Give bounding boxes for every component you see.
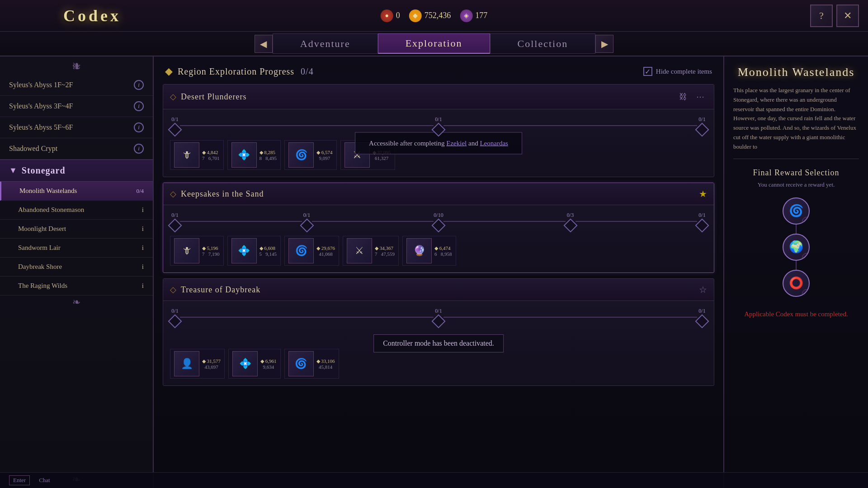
node-label-k5: 0/1 (698, 212, 705, 219)
info-icon-raging-wilds[interactable]: i (142, 282, 144, 290)
node-label-3: 0/1 (698, 116, 705, 123)
node-label-1: 0/1 (171, 116, 178, 123)
sidebar-item-abyss-5-6[interactable]: Syleus's Abyss 5F~6F i (0, 117, 153, 138)
currency-gold-icon: ◆ (409, 9, 422, 22)
main-content: ❧ Syleus's Abyss 1F~2F i Syleus's Abyss … (0, 56, 868, 488)
node-icon-k5 (695, 218, 709, 232)
quest-title-row-daybreak: ◇ Treasure of Daybreak (170, 285, 260, 295)
sidebar-item-raging-wilds[interactable]: The Raging Wilds i (0, 277, 153, 296)
reward-k5: 🔮 ◆ 6,4746 8,958 (402, 236, 456, 266)
info-icon-sandworm[interactable]: i (142, 244, 144, 252)
tab-next-arrow[interactable]: ▶ (595, 35, 613, 53)
info-icon-shadowed-crypt[interactable]: i (134, 144, 144, 154)
reward-k-amounts-3: ◆ 29,676 41,068 (316, 245, 335, 257)
sidebar-item-moonlight[interactable]: Moonlight Desert i (0, 220, 153, 239)
node-icon-d2 (431, 314, 445, 328)
info-icon-abyss-3-4[interactable]: i (134, 101, 144, 111)
track-node-k2: 0/1 (302, 212, 312, 230)
node-icon-d3 (695, 314, 709, 328)
top-bar: Codex ● 0 ◆ 752,436 ◈ 177 ? ✕ (0, 0, 868, 32)
reward-node-mid[interactable]: 🌍 2 (783, 234, 810, 261)
quest-diamond-icon: ◇ (170, 92, 176, 102)
progress-value: 0/4 (301, 66, 314, 76)
rewards-row-keepsakes: 🗡 ◆ 5,1967 7,190 💠 ◆ 6,6085 9,145 (170, 236, 707, 266)
applicable-message: Applicable Codex must be completed. (744, 310, 848, 318)
quest-options-icon[interactable]: ⋯ (693, 90, 707, 103)
hide-complete-checkbox[interactable]: ✓ (643, 67, 652, 76)
sidebar-section-stonegard[interactable]: ▼ Stonegard (0, 160, 153, 182)
close-button[interactable]: ✕ (836, 5, 859, 27)
quest-lock-link-leonardas[interactable]: Leonardas (480, 139, 508, 146)
quest-diamond-icon-2: ◇ (170, 189, 176, 199)
nodes-track-keepsakes: 0/1 0/1 0/10 (170, 212, 707, 230)
reward-k-icon-1: 🗡 (174, 238, 199, 263)
reward-d3: 🌀 ◆ 33,106 45,814 (284, 349, 339, 379)
info-icon-abyss-1-2[interactable]: i (134, 80, 144, 90)
track-node-3: 0/1 (697, 116, 707, 135)
quest-title-row-keepsakes: ◇ Keepsakes in the Sand (170, 189, 264, 199)
controller-message: Controller mode has been deactivated. (373, 334, 504, 352)
quest-name-keepsakes: Keepsakes in the Sand (181, 189, 264, 199)
reward-d-amounts-2: ◆ 6,961 9,634 (260, 358, 277, 370)
section-label: Stonegard (22, 165, 66, 176)
quest-header-keepsakes: ◇ Keepsakes in the Sand ★ (163, 183, 714, 205)
track-line-k4 (576, 221, 698, 222)
monolith-progress: 0/4 (136, 188, 144, 195)
quest-name-desert: Desert Plunderers (181, 92, 246, 102)
reward-amounts-3: ◆ 6,574 9,097 (316, 150, 333, 161)
enter-key: Enter (9, 475, 30, 485)
reward-icon-1: 🗡 (174, 142, 199, 168)
top-right-buttons: ? ✕ (810, 5, 859, 27)
sidebar-item-abyss-3-4[interactable]: Syleus's Abyss 3F~4F i (0, 96, 153, 117)
help-button[interactable]: ? (810, 5, 833, 27)
track-node-d3: 0/1 (697, 308, 707, 326)
info-icon-stonemason[interactable]: i (142, 206, 144, 214)
track-node-k1: 0/1 (170, 212, 180, 230)
sidebar-item-abyss-1-2[interactable]: Syleus's Abyss 1F~2F i (0, 75, 153, 96)
node-icon-3 (695, 122, 709, 136)
reward-diamond-layout: 🌀 1 🌍 2 ⭕ 2 (751, 197, 841, 297)
quest-link-icon[interactable]: ⛓ (676, 90, 690, 103)
reward-connector-top (796, 225, 797, 234)
reward-d-amounts-3: ◆ 33,106 45,814 (316, 358, 335, 370)
quest-star-daybreak[interactable]: ☆ (699, 284, 707, 295)
reward-node-bottom[interactable]: ⭕ 2 (783, 270, 810, 297)
reward-node-top[interactable]: 🌀 1 (783, 197, 810, 225)
reward-selection-subtitle: You cannot receive a reward yet. (758, 181, 835, 188)
currency-gold-value: 752,436 (425, 11, 451, 20)
track-line-2 (443, 125, 697, 126)
sidebar-item-stonemason[interactable]: Abandoned Stonemason i (0, 201, 153, 220)
node-icon-k4 (563, 218, 577, 232)
info-icon-moonlight[interactable]: i (142, 225, 144, 233)
quest-header-desert: ◇ Desert Plunderers ⛓ ⋯ (163, 84, 714, 109)
currency-bar: ● 0 ◆ 752,436 ◈ 177 (381, 9, 488, 22)
quest-lock-link-ezekiel[interactable]: Ezekiel (446, 139, 467, 146)
info-icon-abyss-5-6[interactable]: i (134, 122, 144, 132)
bottom-bar: Enter Chat (0, 472, 868, 488)
quest-star-keepsakes[interactable]: ★ (699, 188, 707, 199)
quest-card-daybreak: ◇ Treasure of Daybreak ☆ 0/1 (163, 278, 714, 386)
reward-node-bottom-count: 2 (802, 289, 810, 297)
quest-body-desert: 0/1 0/1 0/1 (163, 109, 714, 177)
tab-adventure[interactable]: Adventure (273, 33, 378, 54)
reward-icon-3: 🌀 (288, 142, 314, 168)
hide-complete-toggle[interactable]: ✓ Hide complete items (643, 67, 712, 76)
info-icon-daybreak[interactable]: i (142, 263, 144, 271)
app-title: Codex (63, 6, 121, 25)
reward-k-amounts-2: ◆ 6,6085 9,145 (259, 245, 277, 257)
tab-exploration[interactable]: Exploration (378, 33, 490, 54)
tab-collection[interactable]: Collection (490, 33, 596, 54)
sidebar-item-daybreak[interactable]: Daybreak Shore i (0, 258, 153, 277)
sidebar-item-monolith[interactable]: Monolith Wastelands 0/4 (0, 182, 153, 201)
rewards-row-daybreak: 👤 ◆ 31,577 43,697 💠 ◆ 6,961 9,634 (170, 349, 707, 379)
tab-bar: ◀ Adventure Exploration Collection ▶ (0, 32, 868, 56)
tab-prev-arrow[interactable]: ◀ (255, 35, 273, 53)
sidebar-item-shadowed-crypt[interactable]: Shadowed Crypt i (0, 138, 153, 160)
reward-amounts-1: ◆ 4,8427 6,701 (202, 150, 220, 161)
track-node-d1: 0/1 (170, 308, 180, 326)
currency-red: ● 0 (381, 9, 400, 22)
node-label-2: 0/1 (435, 116, 442, 123)
sidebar-item-sandworm[interactable]: Sandworm Lair i (0, 239, 153, 258)
reward-d1: 👤 ◆ 31,577 43,697 (170, 349, 225, 379)
quest-actions-daybreak: ☆ (699, 284, 707, 295)
